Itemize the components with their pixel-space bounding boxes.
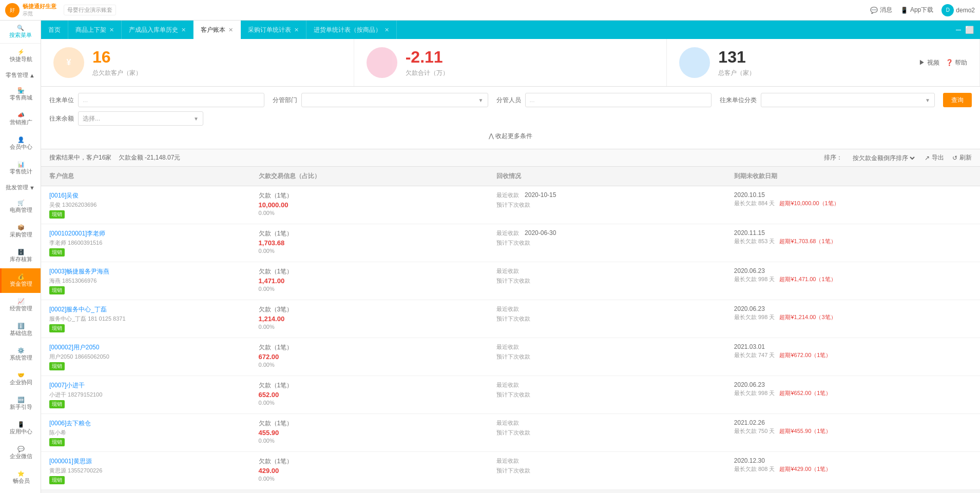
sidebar-item-member[interactable]: 👤 会员中心 [0, 131, 41, 156]
overdue-cell: 2020.10.15 最长欠款 884 天 超期¥10,000.00（1笔） [734, 191, 972, 207]
tab-purchase-order[interactable]: 采购订单统计表 ✕ [241, 21, 306, 39]
search-button[interactable]: 查询 [943, 93, 972, 107]
sidebar-item-new-guide[interactable]: 🆕 新手引导 [0, 391, 41, 416]
overdue-days: 最长欠款 747 天 超期¥672.00（1笔） [734, 351, 972, 359]
debt-amount[interactable]: 10,000.00 [259, 201, 496, 209]
sidebar-item-retail-mgmt[interactable]: 零售管理▲ [0, 68, 41, 82]
customer-name[interactable]: [000001]黄思源 [49, 457, 259, 466]
app-download-btn[interactable]: 📱 App下载 [900, 6, 933, 14]
tab-minimize-btn[interactable]: ─ [954, 26, 963, 34]
sidebar-item-inventory[interactable]: 🗄️ 库存核算 [0, 244, 41, 268]
results-text: 搜索结果中，客户16家 [49, 154, 111, 161]
collapse-icon: ⋀ [489, 132, 494, 140]
sidebar-item-system[interactable]: ⚙️ 系统管理 [0, 342, 41, 367]
customer-name[interactable]: [0001020001]李老师 [49, 229, 259, 238]
overdue-days: 最长欠款 750 天 超期¥455.90（1笔） [734, 427, 972, 435]
overdue-amount-link[interactable]: 超期¥455.90（1笔） [779, 428, 831, 434]
overdue-date: 2021.03.01 [734, 343, 972, 350]
debt-amount[interactable]: 1,703.68 [259, 239, 496, 247]
sidebar-item-batch-mgmt[interactable]: 批发管理▼ [0, 181, 41, 194]
debt-info-cell: 欠款（1笔） 672.00 0.00% [259, 343, 496, 368]
collapse-row[interactable]: ⋀ 收起更多条件 [49, 130, 972, 143]
tab-maximize-btn[interactable]: ⬜ [963, 26, 976, 34]
sidebar-item-purchase[interactable]: 📦 采购管理 [0, 219, 41, 244]
sidebar-item-enterprise-wechat[interactable]: 💬 企业微信 [0, 441, 41, 465]
tab-close-product-shelf[interactable]: ✕ [109, 27, 114, 33]
sidebar-item-marketing[interactable]: 📣 营销推广 [0, 107, 41, 131]
customer-name[interactable]: [000002]用户2050 [49, 343, 259, 352]
help-btn[interactable]: ❓ 帮助 [946, 58, 967, 67]
customer-tag: 现销 [49, 476, 65, 484]
sidebar-item-smooth-member[interactable]: ⭐ 畅会员 [0, 465, 41, 490]
overdue-amount-link[interactable]: 超期¥672.00（1笔） [779, 352, 831, 358]
next-collection: 预计下次收款 [496, 353, 734, 361]
sidebar-item-quick-nav[interactable]: ⚡ 快捷导航 [0, 44, 41, 68]
card-value-2: -2.11 [406, 48, 449, 67]
tab-close-purchase-order[interactable]: ✕ [294, 27, 299, 33]
tab-product-history[interactable]: 产成品入库单历史 ✕ [122, 21, 194, 39]
app-subtitle: 示范 [23, 10, 56, 17]
debt-ratio: 0.00% [259, 438, 496, 444]
dept-input[interactable]: ▼ [301, 93, 488, 107]
env-selector[interactable]: 母婴行业演示账套 [64, 5, 116, 15]
svg-rect-2 [689, 58, 694, 68]
debt-amount[interactable]: 455.90 [259, 429, 496, 437]
filter-row-2: 往来余额 选择... ▼ [49, 111, 972, 126]
unit-class-chevron-icon: ▼ [925, 97, 930, 103]
customer-name[interactable]: [0003]畅捷服务尹海燕 [49, 267, 259, 276]
sort-select[interactable]: 按欠款金额倒序排序 [851, 154, 916, 162]
tab-close-customer-account[interactable]: ✕ [228, 27, 233, 33]
table-row: [0007]小进干 小进干 18279152100 现销 欠款（1笔） 652.… [41, 376, 980, 414]
sidebar-search-label: 搜索菜单 [2, 31, 39, 39]
card-icon-currency: ¥ [53, 47, 84, 78]
refresh-btn[interactable]: ↺ 刷新 [952, 153, 972, 162]
sidebar-item-finance[interactable]: 💰 资金管理 [0, 268, 41, 293]
debt-amount[interactable]: 672.00 [259, 353, 496, 361]
help-icon: ❓ [946, 59, 953, 66]
message-btn[interactable]: 💬 消息 [870, 6, 892, 14]
customer-name[interactable]: [0016]吴俊 [49, 191, 259, 200]
tab-home[interactable]: 首页 [41, 21, 68, 39]
unit-class-input[interactable]: ▼ [761, 93, 935, 107]
tab-customer-account[interactable]: 客户账本 ✕ [194, 21, 241, 39]
debt-amount[interactable]: 1,214.00 [259, 315, 496, 323]
sidebar-item-enterprise[interactable]: 🤝 企业协同 [0, 367, 41, 391]
sidebar-item-retail-stat[interactable]: 📊 零售统计 [0, 156, 41, 181]
sidebar-item-ecommerce[interactable]: 🛒 电商管理 [0, 194, 41, 219]
customer-name[interactable]: [0007]小进干 [49, 381, 259, 390]
tab-close-product-history[interactable]: ✕ [181, 27, 186, 33]
recovery-cell: 最近收款 预计下次收款 [496, 381, 734, 399]
tab-product-shelf[interactable]: 商品上下架 ✕ [68, 21, 122, 39]
debt-amount[interactable]: 1,471.00 [259, 277, 496, 285]
sidebar-item-operations[interactable]: 📈 经营管理 [0, 293, 41, 318]
debt-amount[interactable]: 652.00 [259, 391, 496, 399]
sidebar-item-basic-info[interactable]: ℹ️ 基础信息 [0, 318, 41, 342]
export-btn[interactable]: ↗ 导出 [925, 153, 944, 162]
manager-input[interactable]: ... [525, 93, 712, 107]
app-name: 畅捷通好生意 [23, 3, 56, 10]
customer-name[interactable]: [0002]服务中心_丁磊 [49, 305, 259, 314]
overdue-amount-link[interactable]: 超期¥429.00（1笔） [779, 466, 831, 472]
debt-info-cell: 欠款（1笔） 1,471.00 0.00% [259, 267, 496, 292]
overdue-amount-link[interactable]: 超期¥1,471.00（1笔） [779, 276, 836, 282]
search-icon: 🔍 [17, 25, 24, 31]
tab-close-import-stat[interactable]: ✕ [385, 27, 389, 33]
debt-amount[interactable]: 429.00 [259, 467, 496, 475]
sidebar-search[interactable]: 🔍 搜索菜单 [0, 21, 41, 44]
balance-input[interactable]: 选择... ▼ [78, 111, 203, 126]
results-amount: 欠款金额 -21,148.07元 [119, 154, 181, 161]
overdue-amount-link[interactable]: 超期¥1,214.00（3笔） [779, 314, 836, 320]
card-value-3: 131 [718, 48, 755, 67]
sidebar-item-app-center[interactable]: 📱 应用中心 [0, 416, 41, 441]
sidebar-item-retail-mall[interactable]: 🏪 零售商城 [0, 82, 41, 107]
source-unit-input[interactable]: ... [78, 93, 264, 107]
video-btn[interactable]: ▶ 视频 [919, 58, 939, 67]
overdue-amount-link[interactable]: 超期¥652.00（1笔） [779, 390, 831, 396]
customer-name[interactable]: [0006]去下粮仓 [49, 419, 259, 428]
overdue-amount-link[interactable]: 超期¥10,000.00（1笔） [779, 200, 839, 206]
tab-import-stat[interactable]: 进货单统计表（按商品） ✕ [306, 21, 397, 39]
customer-tag: 现销 [49, 210, 65, 219]
user-menu[interactable]: D demo2 [941, 4, 975, 16]
sort-label: 排序： [824, 153, 842, 162]
overdue-amount-link[interactable]: 超期¥1,703.68（1笔） [779, 238, 836, 244]
